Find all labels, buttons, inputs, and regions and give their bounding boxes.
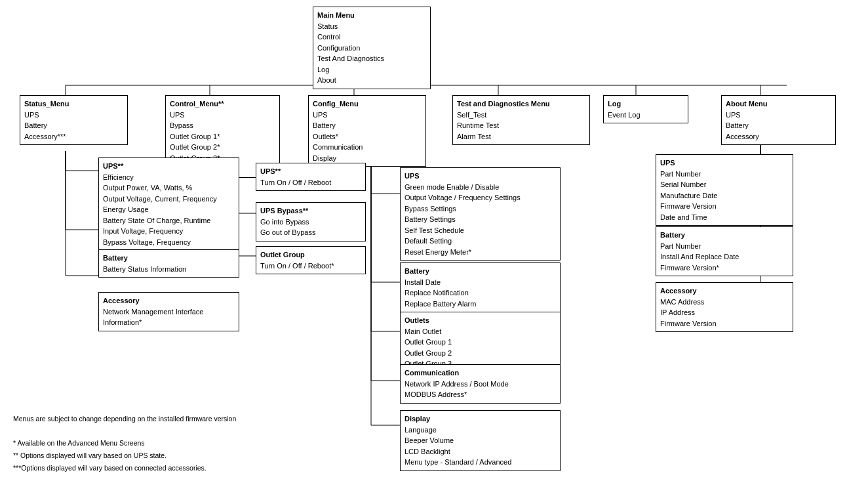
footnote-subject: Menus are subject to change depending on… (13, 413, 236, 425)
status-ups-output-power: Output Power, VA, Watts, % (103, 182, 235, 194)
log-eventlog: Event Log (608, 110, 684, 121)
main-menu-about: About (317, 75, 426, 86)
config-battery-box: Battery Install Date Replace Notificatio… (400, 262, 561, 312)
config-display-box: Display Language Beeper Volume LCD Backl… (400, 410, 561, 471)
config-comm-network: Network IP Address / Boot Mode (404, 379, 556, 390)
status-battery-info: Battery Status Information (103, 264, 235, 275)
about-accessory-box: Accessory MAC Address IP Address Firmwar… (656, 282, 793, 332)
config-display-title: Display (404, 413, 556, 425)
config-display-beeper: Beeper Volume (404, 435, 556, 446)
about-battery-firmware: Firmware Version* (660, 262, 789, 274)
main-menu-control: Control (317, 31, 426, 43)
footnote-star: * Available on the Advanced Menu Screens (13, 437, 236, 450)
config-outlets-og2: Outlet Group 2 (404, 348, 556, 359)
status-ups-efficiency: Efficiency (103, 172, 235, 183)
config-menu-comm: Communication (313, 142, 422, 153)
config-menu-title: Config_Menu (313, 98, 422, 110)
config-menu-ups: UPS (313, 110, 422, 121)
status-ups-bypass-voltage: Bypass Voltage, Frequency (103, 237, 235, 248)
status-accessory-box: Accessory Network Management Interface I… (98, 292, 239, 331)
about-battery-box: Battery Part Number Install And Replace … (656, 226, 793, 276)
test-menu-runtime: Runtime Test (457, 120, 585, 131)
log-box: Log Event Log (603, 95, 688, 123)
control-outlet-title: Outlet Group (260, 249, 361, 261)
config-outlets-main: Main Outlet (404, 326, 556, 337)
config-outlets-title: Outlets (404, 315, 556, 326)
control-outlet-box: Outlet Group Turn On / Off / Reboot* (256, 246, 366, 274)
status-menu-title: Status_Menu (24, 98, 123, 110)
about-ups-box: UPS Part Number Serial Number Manufactur… (656, 154, 793, 226)
status-battery-box: Battery Battery Status Information (98, 249, 239, 278)
test-menu-selftest: Self_Test (457, 110, 585, 121)
status-ups-title: UPS** (103, 161, 235, 172)
config-battery-replace-notif: Replace Notification (404, 287, 556, 299)
main-menu-status: Status (317, 21, 426, 32)
status-menu-accessory: Accessory*** (24, 131, 123, 142)
config-ups-default: Default Setting (404, 236, 556, 247)
about-menu-accessory: Accessory (726, 131, 831, 142)
log-title: Log (608, 98, 684, 110)
about-ups-mfg: Manufacture Date (660, 190, 789, 201)
about-accessory-title: Accessory (660, 285, 789, 297)
config-comm-title: Communication (404, 367, 556, 379)
control-menu-og1: Outlet Group 1* (170, 131, 275, 142)
config-ups-reset: Reset Energy Meter* (404, 247, 556, 258)
status-accessory-info: Network Management Interface Information… (103, 306, 235, 328)
about-menu-battery: Battery (726, 120, 831, 131)
config-ups-green: Green mode Enable / Disable (404, 182, 556, 193)
main-menu-box: Main Menu Status Control Configuration T… (313, 7, 431, 89)
control-bypass-title: UPS Bypass** (260, 205, 361, 217)
config-ups-battery: Battery Settings (404, 214, 556, 225)
about-menu-ups: UPS (726, 110, 831, 121)
main-menu-title: Main Menu (317, 10, 426, 21)
config-ups-box: UPS Green mode Enable / Disable Output V… (400, 167, 561, 261)
status-menu-box: Status_Menu UPS Battery Accessory*** (20, 95, 128, 145)
control-ups-box: UPS** Turn On / Off / Reboot (256, 163, 366, 191)
about-ups-part: Part Number (660, 169, 789, 180)
main-menu-configuration: Configuration (317, 43, 426, 54)
page: Main Menu Status Control Configuration T… (0, 0, 868, 481)
about-ups-title: UPS (660, 157, 789, 169)
config-display-lcd: LCD Backlight (404, 446, 556, 457)
footnote-doublestar: ** Options displayed will vary based on … (13, 450, 236, 462)
about-ups-firmware: Firmware Version (660, 201, 789, 212)
test-menu-box: Test and Diagnostics Menu Self_Test Runt… (452, 95, 590, 145)
control-bypass-go-out: Go out of Bypass (260, 227, 361, 238)
control-menu-og2: Outlet Group 2* (170, 142, 275, 153)
footnote-blank (13, 425, 236, 437)
status-menu-ups: UPS (24, 110, 123, 121)
config-menu-battery: Battery (313, 120, 422, 131)
status-battery-title: Battery (103, 253, 235, 264)
status-ups-input-voltage: Input Voltage, Frequency (103, 226, 235, 237)
about-accessory-mac: MAC Address (660, 297, 789, 308)
config-ups-bypass: Bypass Settings (404, 203, 556, 215)
about-battery-part: Part Number (660, 241, 789, 252)
control-ups-action: Turn On / Off / Reboot (260, 177, 361, 188)
about-ups-date: Date and Time (660, 212, 789, 223)
status-ups-energy: Energy Usage (103, 204, 235, 215)
config-battery-install: Install Date (404, 277, 556, 288)
main-menu-test: Test And Diagnostics (317, 53, 426, 64)
config-comm-box: Communication Network IP Address / Boot … (400, 364, 561, 404)
about-menu-title: About Menu (726, 98, 831, 110)
footnote-triplestar: ***Options displayed will vary based on … (13, 462, 236, 474)
status-accessory-title: Accessory (103, 295, 235, 306)
config-battery-title: Battery (404, 266, 556, 277)
control-menu-bypass: Bypass (170, 120, 275, 131)
control-menu-title: Control_Menu** (170, 98, 275, 110)
test-menu-title: Test and Diagnostics Menu (457, 98, 585, 110)
status-ups-battery-state: Battery State Of Charge, Runtime (103, 215, 235, 226)
config-outlets-box: Outlets Main Outlet Outlet Group 1 Outle… (400, 312, 561, 373)
about-accessory-ip: IP Address (660, 307, 789, 318)
config-menu-box: Config_Menu UPS Battery Outlets* Communi… (308, 95, 426, 167)
control-outlet-action: Turn On / Off / Reboot* (260, 261, 361, 272)
about-ups-serial: Serial Number (660, 179, 789, 190)
control-ups-title: UPS** (260, 166, 361, 177)
config-menu-display: Display (313, 153, 422, 164)
control-bypass-go-into: Go into Bypass (260, 217, 361, 228)
main-menu-log: Log (317, 64, 426, 75)
config-ups-output: Output Voltage / Frequency Settings (404, 192, 556, 203)
status-ups-output-voltage: Output Voltage, Current, Frequency (103, 194, 235, 205)
config-ups-selftest: Self Test Schedule (404, 225, 556, 236)
about-menu-box: About Menu UPS Battery Accessory (721, 95, 836, 145)
